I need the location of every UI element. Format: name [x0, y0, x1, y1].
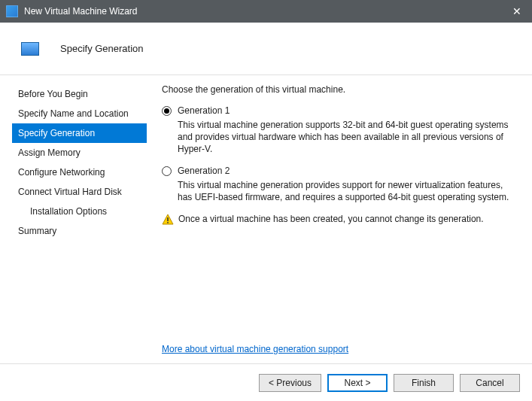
warning-text: Once a virtual machine has been created,… — [178, 214, 484, 224]
step-connect-vhd[interactable]: Connect Virtual Hard Disk — [12, 182, 147, 202]
option-label: Generation 1 — [178, 105, 230, 116]
wizard-header: Specify Generation — [0, 23, 532, 75]
svg-rect-1 — [167, 217, 169, 221]
radio-generation-2[interactable] — [162, 166, 172, 176]
instruction-text: Choose the generation of this virtual ma… — [162, 84, 517, 95]
cancel-button[interactable]: Cancel — [460, 374, 520, 392]
warning-icon — [162, 214, 174, 226]
step-before-you-begin[interactable]: Before You Begin — [12, 84, 147, 104]
option-label: Generation 2 — [178, 166, 230, 176]
option-generation-2[interactable]: Generation 2 — [162, 166, 517, 176]
page-title: Specify Generation — [60, 43, 144, 54]
option-description: This virtual machine generation supports… — [178, 119, 517, 155]
app-icon — [6, 5, 18, 17]
monitor-icon — [21, 42, 39, 56]
previous-button[interactable]: < Previous — [259, 374, 321, 392]
titlebar: New Virtual Machine Wizard ✕ — [0, 0, 532, 23]
next-button[interactable]: Next > — [327, 374, 388, 392]
wizard-steps-sidebar: Before You Begin Specify Name and Locati… — [0, 75, 147, 363]
option-description: This virtual machine generation provides… — [178, 179, 517, 203]
more-info-link[interactable]: More about virtual machine generation su… — [162, 344, 348, 354]
radio-generation-1[interactable] — [162, 106, 172, 116]
step-summary[interactable]: Summary — [12, 221, 147, 241]
finish-button[interactable]: Finish — [394, 374, 454, 392]
step-installation-options[interactable]: Installation Options — [12, 202, 147, 221]
step-specify-name-location[interactable]: Specify Name and Location — [12, 104, 147, 123]
step-specify-generation[interactable]: Specify Generation — [12, 123, 147, 143]
window-title: New Virtual Machine Wizard — [24, 6, 502, 17]
step-configure-networking[interactable]: Configure Networking — [12, 163, 147, 182]
step-assign-memory[interactable]: Assign Memory — [12, 143, 147, 163]
wizard-content: Choose the generation of this virtual ma… — [147, 75, 532, 363]
svg-rect-2 — [167, 222, 169, 223]
option-generation-1[interactable]: Generation 1 — [162, 105, 517, 116]
close-button[interactable]: ✕ — [502, 0, 532, 23]
warning-row: Once a virtual machine has been created,… — [162, 214, 517, 226]
wizard-footer: < Previous Next > Finish Cancel — [0, 363, 532, 401]
